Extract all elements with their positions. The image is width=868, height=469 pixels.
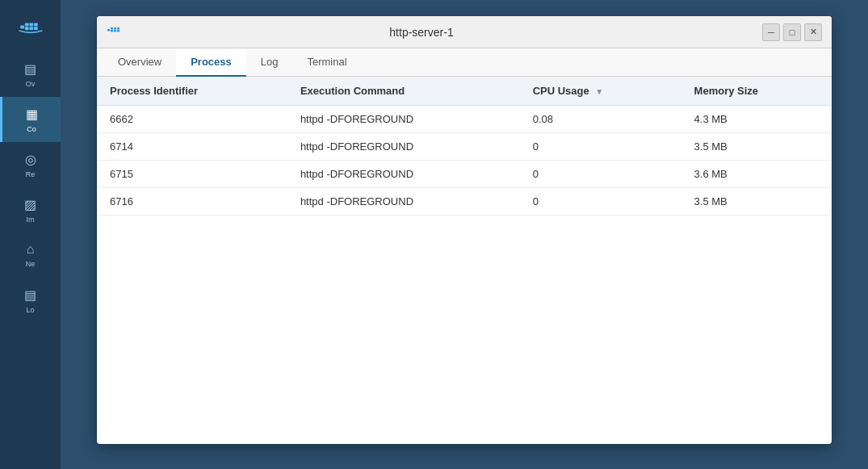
sidebar-item-networks[interactable]: ⌂ Ne <box>0 232 61 278</box>
svg-rect-9 <box>111 30 113 32</box>
dialog-window: http-server-1 ─ □ ✕ Overview Process Log… <box>97 16 832 444</box>
logs-icon: ▤ <box>24 287 36 303</box>
tab-log[interactable]: Log <box>246 48 293 77</box>
cell-mem: 3.5 MB <box>681 133 832 161</box>
table-header-row: Process Identifier Execution Command CPU… <box>97 77 832 106</box>
table-row: 6715 httpd -DFOREGROUND 0 3.6 MB <box>97 161 832 188</box>
svg-rect-1 <box>24 23 28 26</box>
col-cmd: Execution Command <box>287 77 520 106</box>
sidebar-item-overview-label: Ov <box>26 80 36 88</box>
sidebar-item-images[interactable]: ▨ Im <box>0 187 61 232</box>
svg-rect-4 <box>29 27 33 30</box>
svg-rect-5 <box>34 23 38 26</box>
table-row: 6714 httpd -DFOREGROUND 0 3.5 MB <box>97 133 832 161</box>
cell-pid: 6714 <box>97 133 287 161</box>
sidebar-item-registry-label: Re <box>26 170 36 178</box>
cell-mem: 4.3 MB <box>681 106 832 133</box>
svg-rect-8 <box>111 27 113 30</box>
containers-icon: ▦ <box>26 107 38 122</box>
maximize-button[interactable]: □ <box>783 23 801 41</box>
sidebar-item-overview[interactable]: ▤ Ov <box>0 52 61 97</box>
cell-cmd: httpd -DFOREGROUND <box>287 133 520 161</box>
sidebar-item-networks-label: Ne <box>26 260 36 268</box>
svg-rect-12 <box>117 27 120 30</box>
title-bar-controls: ─ □ ✕ <box>762 23 822 41</box>
svg-rect-0 <box>20 26 24 29</box>
sidebar-item-logs-label: Lo <box>26 306 34 314</box>
close-button[interactable]: ✕ <box>804 23 822 41</box>
tab-overview[interactable]: Overview <box>103 48 176 77</box>
cell-cpu: 0.08 <box>520 106 681 133</box>
sidebar-item-registry[interactable]: ◎ Re <box>0 142 61 187</box>
sidebar-item-logs[interactable]: ▤ Lo <box>0 278 61 323</box>
svg-rect-2 <box>24 27 28 30</box>
cell-cpu: 0 <box>520 133 681 161</box>
cell-mem: 3.6 MB <box>681 161 832 188</box>
cell-cmd: httpd -DFOREGROUND <box>287 161 520 188</box>
dialog-title: http-server-1 <box>129 26 714 39</box>
docker-logo <box>0 8 61 52</box>
cell-mem: 3.5 MB <box>681 188 832 216</box>
col-pid: Process Identifier <box>97 77 287 106</box>
tab-terminal[interactable]: Terminal <box>292 48 361 77</box>
cell-cpu: 0 <box>520 188 681 216</box>
cell-pid: 6662 <box>97 106 287 133</box>
images-icon: ▨ <box>24 197 36 212</box>
registry-icon: ◎ <box>25 152 36 167</box>
table-row: 6662 httpd -DFOREGROUND 0.08 4.3 MB <box>97 106 832 133</box>
cell-pid: 6715 <box>97 161 287 188</box>
networks-icon: ⌂ <box>27 242 35 257</box>
minimize-button[interactable]: ─ <box>762 23 780 41</box>
col-cpu[interactable]: CPU Usage ▼ <box>520 77 681 106</box>
sidebar-item-containers-label: Co <box>27 125 36 133</box>
process-table-container: Process Identifier Execution Command CPU… <box>97 77 832 444</box>
svg-rect-6 <box>34 27 38 30</box>
sidebar-item-containers[interactable]: ▦ Co <box>0 97 61 142</box>
col-mem: Memory Size <box>681 77 832 106</box>
dialog-docker-icon <box>107 24 123 40</box>
overview-icon: ▤ <box>24 61 36 77</box>
tab-bar: Overview Process Log Terminal <box>97 48 832 77</box>
table-body: 6662 httpd -DFOREGROUND 0.08 4.3 MB 6714… <box>97 106 832 216</box>
sidebar: ▤ Ov ▦ Co ◎ Re ▨ Im ⌂ Ne ▤ Lo <box>0 0 61 469</box>
cell-cpu: 0 <box>520 161 681 188</box>
cell-cmd: httpd -DFOREGROUND <box>287 188 520 216</box>
table-header: Process Identifier Execution Command CPU… <box>97 77 832 106</box>
svg-rect-3 <box>29 23 33 26</box>
sort-arrow-cpu: ▼ <box>595 87 603 96</box>
table-row: 6716 httpd -DFOREGROUND 0 3.5 MB <box>97 188 832 216</box>
main-area: http-server-1 ─ □ ✕ Overview Process Log… <box>61 0 868 469</box>
svg-rect-13 <box>117 30 120 32</box>
process-table: Process Identifier Execution Command CPU… <box>97 77 832 216</box>
svg-rect-11 <box>114 30 116 32</box>
svg-rect-7 <box>107 29 110 31</box>
title-bar: http-server-1 ─ □ ✕ <box>97 16 832 48</box>
cell-cmd: httpd -DFOREGROUND <box>287 106 520 133</box>
tab-process[interactable]: Process <box>176 48 246 77</box>
svg-rect-10 <box>114 27 116 30</box>
cell-pid: 6716 <box>97 188 287 216</box>
sidebar-item-images-label: Im <box>27 216 35 224</box>
